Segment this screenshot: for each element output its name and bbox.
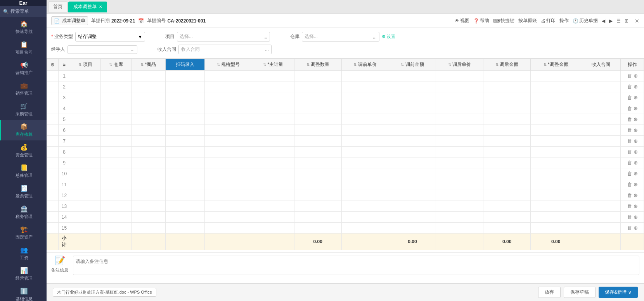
delete-row-btn[interactable]: 🗑 [627, 160, 632, 166]
row-cell-6[interactable] [205, 201, 252, 212]
sidebar-item-payroll[interactable]: 👥工资 [0, 243, 47, 264]
row-cell-12[interactable] [483, 125, 531, 136]
row-action[interactable]: 🗑⊕ [621, 201, 644, 212]
row-cell-7[interactable] [252, 125, 294, 136]
copy-row-btn[interactable]: ⊕ [634, 171, 638, 176]
row-cell-2[interactable] [70, 81, 101, 92]
row-cell-4[interactable] [132, 168, 165, 179]
row-cell-13[interactable] [531, 157, 581, 168]
row-cell-3[interactable] [101, 81, 132, 92]
row-settings[interactable] [47, 71, 59, 81]
row-cell-14[interactable] [581, 103, 621, 114]
row-cell-13[interactable] [531, 136, 581, 147]
col-adjust-qty[interactable]: ⇅ 调整数量 [294, 59, 341, 71]
row-cell-6[interactable] [205, 81, 252, 92]
history-action[interactable]: 🕐 历史单据 [573, 17, 598, 24]
row-cell-5[interactable] [165, 212, 205, 223]
sidebar-item-sales-promo[interactable]: 📢营销推广 [0, 58, 47, 79]
row-action[interactable]: 🗑⊕ [621, 223, 644, 234]
row-cell-6[interactable] [205, 125, 252, 136]
sidebar-item-invoice-mgmt[interactable]: 🧾发票管理 [0, 182, 47, 202]
row-cell-9[interactable] [341, 157, 389, 168]
row-cell-3[interactable] [101, 179, 132, 190]
row-cell-3[interactable] [101, 157, 132, 168]
row-cell-3[interactable] [101, 190, 132, 201]
row-cell-7[interactable] [252, 190, 294, 201]
row-cell-5[interactable] [165, 136, 205, 147]
row-cell-9[interactable] [341, 147, 389, 157]
warehouse-select[interactable]: 选择... ... [302, 32, 379, 42]
project-ellipsis[interactable]: ... [263, 34, 267, 40]
row-cell-10[interactable] [389, 125, 436, 136]
row-cell-5[interactable] [165, 201, 205, 212]
delete-row-btn[interactable]: 🗑 [627, 192, 632, 198]
row-cell-6[interactable] [205, 223, 252, 234]
copy-row-btn[interactable]: ⊕ [634, 203, 638, 209]
row-cell-14[interactable] [581, 81, 621, 92]
row-cell-14[interactable] [581, 223, 621, 234]
row-cell-2[interactable] [70, 179, 101, 190]
row-cell-10[interactable] [389, 81, 436, 92]
save-draft-button[interactable]: 保存草稿 [564, 287, 596, 298]
col-before-price[interactable]: ⇅ 调前单价 [341, 59, 389, 71]
row-cell-13[interactable] [531, 168, 581, 179]
row-cell-8[interactable] [294, 125, 341, 136]
row-cell-10[interactable] [389, 103, 436, 114]
save-new-button[interactable]: 保存&新增 ∨ [599, 287, 638, 298]
row-cell-9[interactable] [341, 103, 389, 114]
row-cell-13[interactable] [531, 114, 581, 125]
close-button[interactable]: ✕ [635, 18, 639, 24]
row-cell-11[interactable] [436, 136, 483, 147]
row-settings[interactable] [47, 212, 59, 223]
copy-row-btn[interactable]: ⊕ [634, 127, 638, 133]
row-cell-11[interactable] [436, 168, 483, 179]
row-cell-8[interactable] [294, 136, 341, 147]
row-cell-5[interactable] [165, 223, 205, 234]
row-cell-2[interactable] [70, 212, 101, 223]
copy-row-btn[interactable]: ⊕ [634, 214, 638, 220]
row-settings[interactable] [47, 223, 59, 234]
delete-row-btn[interactable]: 🗑 [627, 84, 632, 90]
help-action[interactable]: ❓ 帮助 [473, 17, 489, 24]
copy-row-btn[interactable]: ⊕ [634, 138, 638, 144]
col-income-contract[interactable]: 收入合同 [581, 59, 621, 71]
row-cell-7[interactable] [252, 168, 294, 179]
row-cell-9[interactable] [341, 201, 389, 212]
operations-action[interactable]: 操作 [559, 17, 569, 24]
taskbar-item-wps[interactable]: 木门行业好业财处理方案-墓红红.doc - WPS Office [53, 288, 156, 297]
row-cell-10[interactable] [389, 147, 436, 157]
row-cell-2[interactable] [70, 168, 101, 179]
row-cell-3[interactable] [101, 125, 132, 136]
row-cell-11[interactable] [436, 114, 483, 125]
row-cell-2[interactable] [70, 157, 101, 168]
sidebar-item-ops-mgmt[interactable]: 📊经营管理 [0, 264, 47, 284]
row-cell-5[interactable] [165, 92, 205, 103]
row-settings[interactable] [47, 125, 59, 136]
shortcut-action[interactable]: ⌨ 快捷键 [493, 17, 514, 24]
row-cell-14[interactable] [581, 114, 621, 125]
row-action[interactable]: 🗑⊕ [621, 114, 644, 125]
row-cell-7[interactable] [252, 157, 294, 168]
row-cell-3[interactable] [101, 147, 132, 157]
row-cell-14[interactable] [581, 179, 621, 190]
row-cell-2[interactable] [70, 103, 101, 114]
row-cell-3[interactable] [101, 223, 132, 234]
row-cell-4[interactable] [132, 92, 165, 103]
row-cell-3[interactable] [101, 168, 132, 179]
delete-row-btn[interactable]: 🗑 [627, 106, 632, 111]
sidebar-item-fixed-assets[interactable]: 🏗️固定资产 [0, 223, 47, 243]
row-cell-8[interactable] [294, 212, 341, 223]
row-cell-14[interactable] [581, 136, 621, 147]
row-cell-6[interactable] [205, 147, 252, 157]
copy-row-btn[interactable]: ⊕ [634, 95, 638, 100]
row-action[interactable]: 🗑⊕ [621, 81, 644, 92]
row-cell-11[interactable] [436, 71, 483, 81]
row-cell-10[interactable] [389, 92, 436, 103]
save-new-arrow[interactable]: ∨ [628, 290, 632, 295]
row-cell-12[interactable] [483, 179, 531, 190]
row-cell-13[interactable] [531, 81, 581, 92]
row-cell-13[interactable] [531, 190, 581, 201]
row-action[interactable]: 🗑⊕ [621, 125, 644, 136]
row-cell-9[interactable] [341, 179, 389, 190]
row-cell-12[interactable] [483, 157, 531, 168]
